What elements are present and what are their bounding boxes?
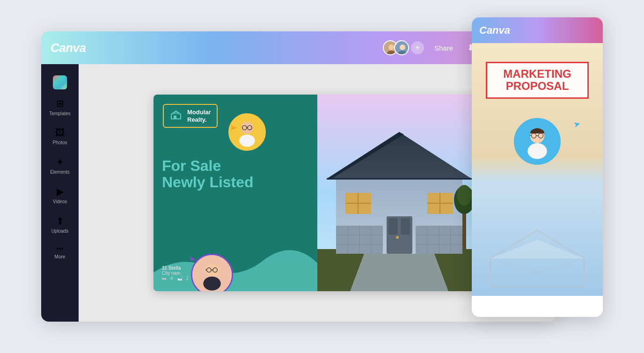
avatar-group: +	[383, 40, 424, 55]
color-palette-icon[interactable]	[53, 75, 67, 89]
second-window: Canva	[472, 17, 603, 317]
sidebar-item-photos[interactable]: 🖼 Photos	[43, 123, 77, 150]
share-button[interactable]: Share	[429, 41, 459, 55]
templates-icon: ⊞	[56, 98, 64, 109]
videos-icon: ▶	[57, 186, 64, 197]
sidebar-item-elements[interactable]: ✦ Elements	[43, 152, 77, 179]
svg-point-17	[205, 264, 219, 277]
logo-name-line2: Realty.	[187, 116, 211, 124]
agent-circle-bottom	[191, 254, 233, 291]
uploads-icon: ⬆	[56, 215, 64, 227]
bed-count: 4	[170, 276, 173, 281]
canva-logo: Canva	[51, 41, 86, 55]
design-left-panel: Modular Realty. ➤	[154, 95, 317, 291]
svg-point-53	[457, 185, 472, 206]
svg-rect-7	[174, 116, 176, 119]
sidebar-item-templates[interactable]: ⊞ Templates	[43, 93, 77, 121]
marketing-title-line2: PROPOSAL	[494, 80, 581, 92]
for-sale-headline: For Sale Newly Listed	[162, 158, 254, 191]
svg-point-18	[203, 277, 220, 291]
svg-point-4	[400, 44, 405, 50]
logo-box: Modular Realty.	[163, 104, 218, 128]
sidebar-item-uploads[interactable]: ⬆ Uploads	[43, 211, 77, 238]
svg-point-12	[239, 135, 255, 147]
svg-point-38	[396, 236, 399, 239]
more-sidebar-icon: •••	[57, 245, 64, 252]
second-canva-logo: Canva	[479, 24, 510, 37]
add-collaborator-button[interactable]: +	[411, 41, 424, 54]
svg-point-62	[527, 143, 547, 159]
design-right-panel	[317, 95, 481, 291]
svg-line-66	[530, 135, 531, 136]
second-header: Canva	[472, 17, 603, 43]
bath-count: 2	[186, 276, 189, 281]
design-canvas: Modular Realty. ➤	[154, 95, 481, 291]
cursor-arrow-top: ➤	[229, 122, 237, 133]
elements-icon: ✦	[56, 156, 64, 168]
second-content: MARKETING PROPOSAL ➤	[472, 43, 603, 296]
house-logo-icon	[169, 110, 183, 123]
scene: Canva	[41, 17, 603, 336]
svg-point-1	[388, 44, 394, 50]
avatar-2	[394, 40, 409, 55]
svg-marker-8	[171, 111, 181, 114]
logo-text: Modular Realty.	[187, 109, 211, 123]
svg-line-22	[205, 270, 207, 270]
sidebar-item-more[interactable]: ••• More	[43, 240, 77, 264]
marketing-design: MARKETING PROPOSAL ➤	[472, 43, 603, 296]
bed-icon: 🛏	[162, 276, 167, 281]
svg-marker-54	[350, 254, 448, 291]
for-sale-text: For Sale Newly Listed	[162, 158, 254, 191]
logo-name-line1: Modular	[187, 109, 211, 116]
marketing-agent-circle	[514, 118, 561, 165]
sidebar: ⊞ Templates 🖼 Photos ✦ Elements ▶ Videos…	[41, 64, 79, 322]
sidebar-item-videos[interactable]: ▶ Videos	[43, 181, 77, 209]
photos-icon: 🖼	[55, 127, 65, 138]
svg-rect-36	[388, 218, 398, 235]
bath-icon: 🛁	[177, 276, 183, 281]
svg-rect-37	[401, 218, 410, 235]
marketing-title-box: MARKETING PROPOSAL	[486, 62, 589, 99]
marketing-title-line1: MARKETING	[494, 68, 581, 80]
